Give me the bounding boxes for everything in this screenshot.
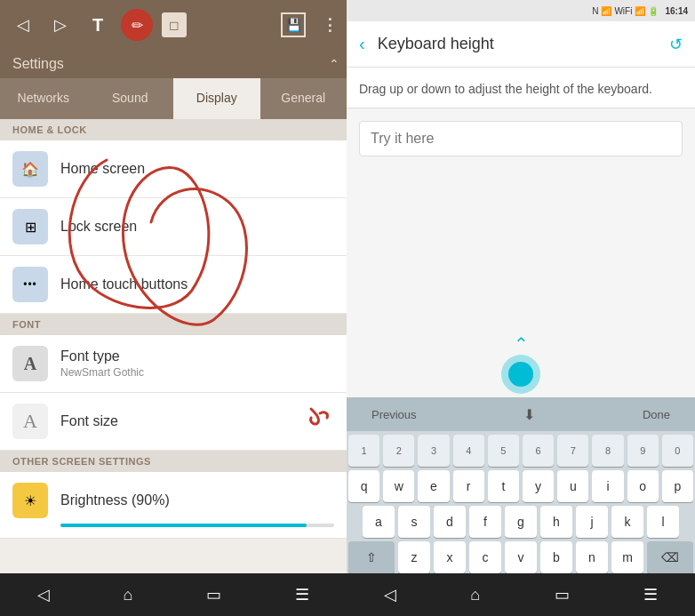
keyboard-toolbar: Previous ⬇ Done [347,397,695,431]
forward-icon[interactable]: ▷ [46,11,75,39]
sim-icon: 📶 [601,6,611,16]
shift-key[interactable]: ⇧ [348,541,395,573]
key-b[interactable]: b [540,541,572,573]
lock-screen-item[interactable]: ⊞ Lock screen [0,198,347,256]
try-here-input[interactable] [359,121,683,156]
status-bar: N 📶 WiFi 📶 🔋 16:14 [347,0,695,21]
key-2[interactable]: 2 [383,435,414,467]
bottom-bars: ◁ ⌂ ▭ ☰ ◁ ⌂ ▭ ☰ [0,573,695,616]
key-i[interactable]: i [592,470,623,502]
home-screen-icon: 🏠 [12,151,48,187]
wifi-icon: WiFi [614,6,632,16]
key-r[interactable]: r [453,470,484,502]
settings-header: Settings ⌃ [0,50,347,78]
key-q[interactable]: q [348,470,379,502]
nav-recent-left[interactable]: ▭ [206,585,221,604]
done-button[interactable]: Done [635,404,677,425]
chevron-up-icon: ⌃ [514,333,529,355]
drag-indicator[interactable]: ⌃ [501,333,540,394]
key-4[interactable]: 4 [453,435,484,467]
tab-general[interactable]: General [260,78,348,119]
pencil-icon[interactable]: ✏ [121,9,153,41]
nav-recent-right[interactable]: ▭ [555,585,570,604]
home-screen-item[interactable]: 🏠 Home screen [0,140,347,198]
key-t[interactable]: t [488,470,519,502]
key-g[interactable]: g [505,506,537,538]
nav-menu-right[interactable]: ☰ [643,585,658,604]
key-6[interactable]: 6 [523,435,554,467]
key-a[interactable]: a [363,506,395,538]
key-o[interactable]: o [627,470,659,502]
eraser-icon[interactable]: ◻ [162,12,187,37]
tab-display[interactable]: Display [173,78,260,119]
key-x[interactable]: x [434,541,466,573]
key-d[interactable]: d [434,506,466,538]
right-nav-bar: ◁ ⌂ ▭ ☰ [347,573,695,616]
key-s[interactable]: s [398,506,430,538]
nav-back-right[interactable]: ◁ [384,585,396,604]
keyboard-height-header: ‹ Keyboard height ↺ [347,21,695,68]
tab-networks[interactable]: Networks [0,78,87,119]
key-y[interactable]: y [523,470,554,502]
settings-chevron-icon: ⌃ [329,57,340,71]
key-3[interactable]: 3 [418,435,449,467]
nav-home-left[interactable]: ⌂ [124,586,133,604]
down-arrow-icon[interactable]: ⬇ [523,406,535,423]
qwerty-row: q w e r t y u i o p [348,470,693,502]
keyboard-instruction: Drag up or down to adjust the height of … [347,68,695,108]
battery-icon: 🔋 [648,6,659,16]
key-8[interactable]: 8 [592,435,623,467]
nfc-icon: N [592,6,598,16]
back-icon[interactable]: ◁ [9,11,37,39]
key-h[interactable]: h [540,506,572,538]
brightness-icon: ☀ [12,483,48,518]
nav-back-left[interactable]: ◁ [37,585,50,604]
font-type-sublabel: NewSmart Gothic [60,366,144,379]
key-z[interactable]: z [398,541,430,573]
asdf-row: a s d f g h j k l [348,506,693,538]
previous-button[interactable]: Previous [364,404,424,425]
key-v[interactable]: v [505,541,537,573]
key-u[interactable]: u [557,470,588,502]
brightness-item[interactable]: ☀ Brightness (90%) [0,472,347,539]
brightness-slider[interactable] [60,524,334,527]
font-size-item[interactable]: A Font size [0,393,347,451]
home-touch-label: Home touch buttons [60,276,188,292]
nav-menu-left[interactable]: ☰ [295,585,309,604]
key-j[interactable]: j [576,506,608,538]
tab-sound[interactable]: Sound [87,78,174,119]
key-0[interactable]: 0 [662,435,693,467]
settings-title-label: Settings [12,56,64,72]
font-type-item[interactable]: A Font type NewSmart Gothic [0,335,347,393]
key-c[interactable]: c [469,541,501,573]
text-icon[interactable]: T [84,11,112,39]
backspace-key[interactable]: ⌫ [647,541,693,573]
zxcv-row: ⇧ z x c v b n m ⌫ [348,541,693,573]
lock-screen-label: Lock screen [60,219,137,235]
refresh-button[interactable]: ↺ [669,35,683,54]
home-touch-item[interactable]: ••• Home touch buttons [0,256,347,314]
back-button[interactable]: ‹ [359,34,365,54]
key-5[interactable]: 5 [488,435,519,467]
brightness-fill [60,524,307,527]
more-icon[interactable]: ⋮ [322,15,338,35]
key-e[interactable]: e [418,470,449,502]
key-n[interactable]: n [576,541,608,573]
key-7[interactable]: 7 [557,435,588,467]
key-f[interactable]: f [469,506,501,538]
key-9[interactable]: 9 [627,435,659,467]
lock-screen-icon: ⊞ [12,209,48,244]
section-font: FONT [0,314,347,335]
font-type-label: Font type [60,348,144,364]
home-touch-icon: ••• [12,267,48,302]
key-p[interactable]: p [662,470,693,502]
key-m[interactable]: m [611,541,643,573]
nav-home-right[interactable]: ⌂ [470,586,480,604]
signal-icon: 📶 [635,6,645,16]
key-1[interactable]: 1 [348,435,379,467]
key-k[interactable]: k [611,506,643,538]
drag-circle[interactable] [501,355,540,394]
save-icon[interactable]: 💾 [281,12,306,37]
key-l[interactable]: l [647,506,679,538]
key-w[interactable]: w [383,470,414,502]
